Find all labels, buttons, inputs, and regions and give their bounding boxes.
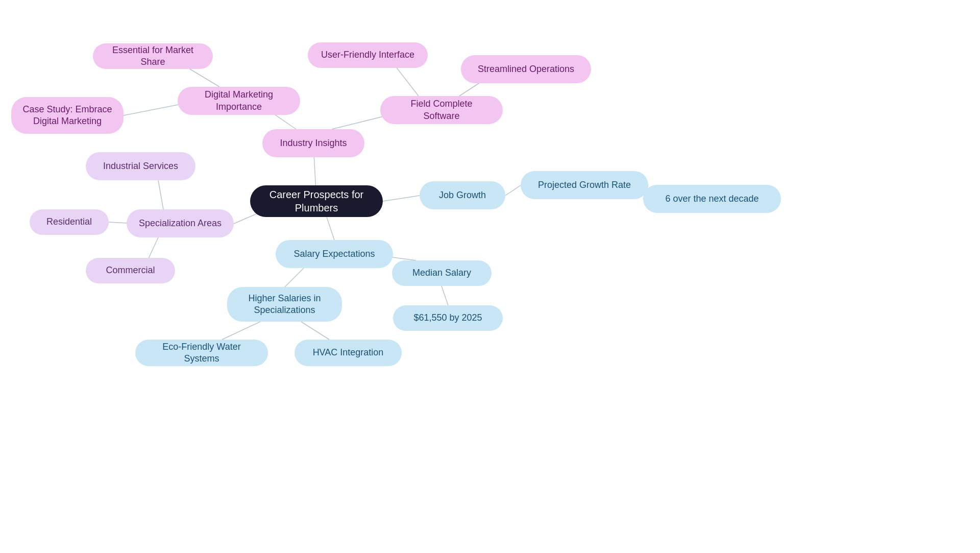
svg-line-7 — [383, 196, 420, 201]
field-complete-label: Field Complete Software — [391, 98, 492, 122]
center-label: Career Prospects for Plumbers — [261, 188, 372, 214]
salary-expectations-label: Salary Expectations — [293, 248, 375, 260]
residential-label: Residential — [46, 216, 92, 228]
over-decade-node[interactable]: 6 over the next decade — [643, 185, 781, 213]
salary-expectations-node[interactable]: Salary Expectations — [276, 240, 393, 268]
user-friendly-label: User-Friendly Interface — [321, 49, 414, 61]
svg-line-19 — [301, 322, 329, 340]
user-friendly-node[interactable]: User-Friendly Interface — [308, 42, 428, 68]
median-salary-label: Median Salary — [412, 267, 471, 279]
case-study-node[interactable]: Case Study: Embrace Digital Marketing — [11, 97, 124, 134]
specialization-areas-label: Specialization Areas — [139, 218, 222, 229]
projected-growth-node[interactable]: Projected Growth Rate — [521, 171, 648, 199]
svg-line-8 — [505, 185, 521, 196]
industrial-services-label: Industrial Services — [103, 160, 178, 172]
streamlined-node[interactable]: Streamlined Operations — [461, 55, 591, 83]
eco-friendly-label: Eco-Friendly Water Systems — [146, 341, 257, 365]
center-node[interactable]: Career Prospects for Plumbers — [250, 185, 383, 217]
essential-market-node[interactable]: Essential for Market Share — [93, 43, 213, 69]
over-decade-label: 6 over the next decade — [665, 193, 758, 205]
industry-insights-node[interactable]: Industry Insights — [262, 129, 364, 157]
svg-line-18 — [222, 322, 260, 340]
svg-line-16 — [442, 286, 448, 305]
projected-growth-label: Projected Growth Rate — [538, 179, 631, 191]
essential-market-label: Essential for Market Share — [104, 44, 202, 68]
salary-amount-node[interactable]: $61,550 by 2025 — [393, 305, 503, 331]
svg-line-17 — [285, 268, 304, 287]
hvac-node[interactable]: HVAC Integration — [295, 340, 402, 366]
residential-node[interactable]: Residential — [30, 209, 109, 235]
svg-line-11 — [158, 180, 163, 209]
salary-amount-label: $61,550 by 2025 — [413, 312, 482, 324]
field-complete-node[interactable]: Field Complete Software — [380, 96, 503, 124]
commercial-node[interactable]: Commercial — [86, 258, 175, 283]
industrial-services-node[interactable]: Industrial Services — [86, 152, 195, 180]
job-growth-node[interactable]: Job Growth — [420, 181, 505, 209]
hvac-label: HVAC Integration — [313, 347, 384, 358]
digital-marketing-node[interactable]: Digital Marketing Importance — [178, 87, 300, 115]
industry-insights-label: Industry Insights — [280, 137, 347, 149]
median-salary-node[interactable]: Median Salary — [392, 260, 492, 286]
job-growth-label: Job Growth — [439, 189, 486, 201]
digital-marketing-label: Digital Marketing Importance — [189, 89, 289, 113]
streamlined-label: Streamlined Operations — [478, 63, 574, 75]
svg-line-14 — [327, 217, 334, 240]
case-study-label: Case Study: Embrace Digital Marketing — [22, 104, 112, 128]
specialization-areas-node[interactable]: Specialization Areas — [127, 209, 234, 237]
commercial-label: Commercial — [106, 265, 155, 276]
higher-salaries-label: Higher Salaries in Specializations — [238, 293, 331, 317]
higher-salaries-node[interactable]: Higher Salaries in Specializations — [227, 287, 342, 322]
eco-friendly-node[interactable]: Eco-Friendly Water Systems — [135, 340, 268, 366]
